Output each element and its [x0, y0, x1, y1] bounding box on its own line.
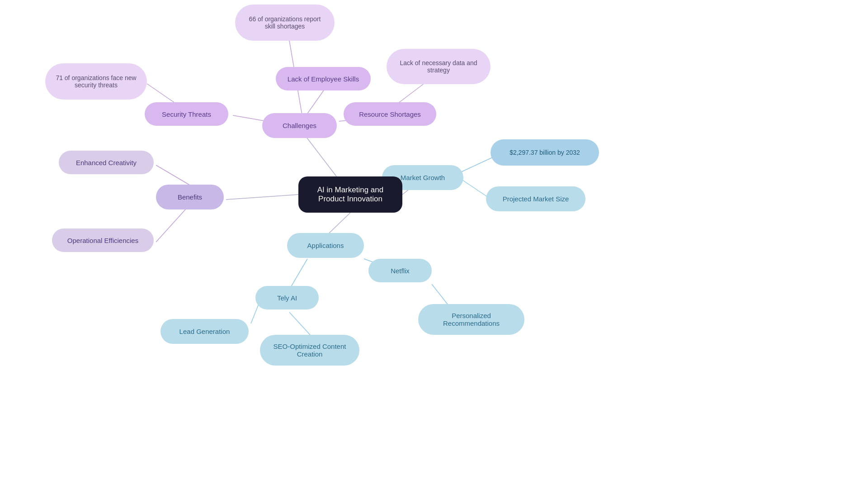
svg-line-7 — [226, 195, 298, 200]
svg-line-3 — [233, 115, 267, 121]
personalized-recommendations-node: Personalized Recommendations — [418, 304, 524, 335]
resource-shortages-node: Resource Shortages — [344, 102, 436, 126]
enhanced-creativity-node: Enhanced Creativity — [59, 151, 154, 174]
tely-ai-node: Tely AI — [255, 286, 319, 309]
svg-line-13 — [327, 213, 350, 235]
lack-data-strategy-node: Lack of necessary data and strategy — [387, 49, 491, 84]
skill-shortage-node: 66 of organizations report skill shortag… — [235, 5, 335, 41]
center-node: AI in Marketing and Product Innovation — [298, 176, 402, 213]
operational-efficiencies-node: Operational Efficiencies — [52, 228, 154, 252]
benefits-node: Benefits — [156, 185, 224, 209]
projected-market-size-node: Projected Market Size — [486, 186, 585, 211]
lead-generation-node: Lead Generation — [160, 319, 249, 344]
netflix-node: Netflix — [368, 259, 432, 282]
security-threats-stat-node: 71 of organizations face new security th… — [45, 63, 147, 100]
security-threats-node: Security Threats — [145, 102, 228, 126]
svg-line-14 — [289, 259, 307, 290]
market-value-node: $2,297.37 billion by 2032 — [491, 139, 599, 166]
applications-node: Applications — [287, 233, 364, 258]
seo-content-node: SEO-Optimized Content Creation — [260, 335, 359, 366]
challenges-node: Challenges — [262, 113, 337, 138]
lack-employee-skills-node: Lack of Employee Skills — [276, 67, 371, 90]
